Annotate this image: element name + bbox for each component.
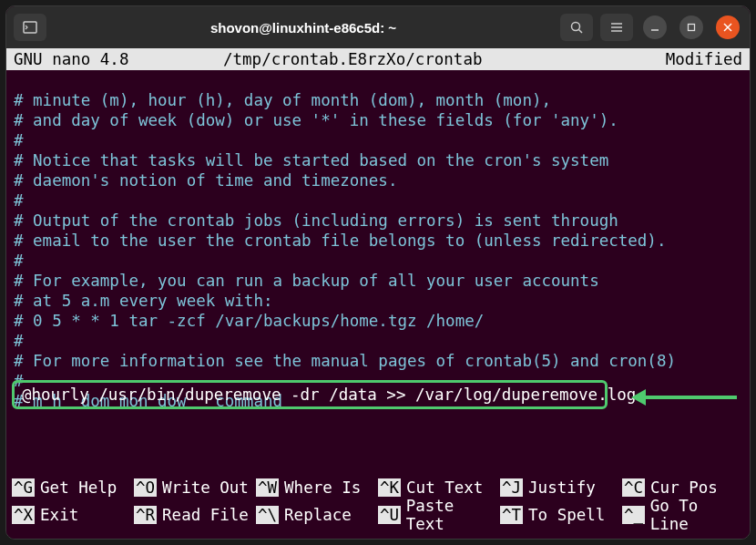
editor-line: # [14, 190, 742, 211]
shortcut-item: ^KCut Text [378, 478, 500, 497]
editor-line: # [14, 331, 742, 351]
shortcut-item: ^WWhere Is [256, 478, 378, 497]
shortcut-label: Where Is [284, 478, 361, 497]
shortcut-label: Get Help [40, 478, 117, 497]
shortcut-key: ^W [256, 478, 279, 497]
nano-app-name: GNU nano 4.8 [14, 50, 223, 68]
shortcut-key: ^\ [256, 506, 279, 524]
shortcut-label: Read File [162, 506, 249, 524]
nano-shortcuts-bar: ^GGet Help^OWrite Out^WWhere Is^KCut Tex… [6, 477, 750, 539]
search-button[interactable] [560, 14, 593, 41]
shortcut-key: ^K [378, 478, 401, 497]
nano-status: Modified [633, 50, 742, 68]
nano-header: GNU nano 4.8 /tmp/crontab.E8rzXo/crontab… [6, 48, 750, 70]
terminal-icon [23, 20, 37, 35]
shortcut-key: ^G [12, 478, 35, 497]
shortcut-label: Justify [528, 478, 596, 497]
window-titlebar: shovon@linuxhint-e86c5d: ~ [6, 6, 750, 48]
shortcut-item: ^_Go To Line [622, 497, 744, 533]
editor-line: # minute (m), hour (h), day of month (do… [14, 90, 742, 110]
shortcut-label: Cut Text [406, 478, 483, 497]
close-icon [723, 23, 732, 32]
minimize-icon [650, 23, 659, 32]
editor-line: # daemon's notion of time and timezones. [14, 170, 742, 190]
editor-line: # [14, 130, 742, 150]
shortcut-item: ^OWrite Out [134, 478, 256, 497]
shortcut-key: ^O [134, 478, 157, 497]
arrow-line [646, 396, 737, 399]
shortcut-item: ^XExit [12, 497, 134, 533]
window-title: shovon@linuxhint-e86c5d: ~ [54, 20, 553, 36]
shortcut-label: Replace [284, 506, 352, 524]
shortcut-key: ^U [378, 506, 401, 524]
svg-rect-7 [689, 25, 695, 31]
editor-line: # [14, 251, 742, 271]
highlighted-command: @hourly /usr/bin/duperemove -dr /data >>… [12, 380, 608, 409]
editor-line: # Output of the crontab jobs (including … [14, 211, 742, 231]
annotation-arrow [631, 389, 737, 406]
search-icon [569, 20, 584, 35]
shortcut-item: ^RRead File [134, 497, 256, 533]
shortcut-item: ^UPaste Text [378, 497, 500, 533]
close-button[interactable] [716, 15, 740, 39]
editor-line: # For more information see the manual pa… [14, 351, 742, 371]
menu-button[interactable] [600, 14, 633, 41]
shortcut-label: Exit [40, 506, 78, 524]
shortcut-item: ^CCur Pos [622, 478, 744, 497]
shortcut-label: Cur Pos [650, 478, 718, 497]
editor-line: # and day of week (dow) or use '*' in th… [14, 110, 742, 130]
shortcut-label: Paste Text [406, 497, 500, 533]
shortcut-label: Go To Line [650, 497, 744, 533]
arrow-head-icon [631, 389, 646, 406]
maximize-button[interactable] [679, 15, 703, 39]
svg-line-2 [579, 30, 583, 34]
svg-point-1 [572, 23, 580, 31]
terminal-window: shovon@linuxhint-e86c5d: ~ GNU nano 4.8 … [5, 5, 751, 540]
editor-line: # 0 5 * * 1 tar -zcf /var/backups/home.t… [14, 311, 742, 331]
editor-content[interactable]: # minute (m), hour (h), day of month (do… [6, 70, 750, 477]
shortcut-item: ^GGet Help [12, 478, 134, 497]
editor-line: # email to the user the crontab file bel… [14, 231, 742, 251]
shortcut-item: ^JJustify [500, 478, 622, 497]
shortcut-item: ^TTo Spell [500, 497, 622, 533]
editor-line: # at 5 a.m every week with: [14, 291, 742, 311]
hamburger-icon [609, 20, 624, 35]
new-tab-button[interactable] [14, 14, 46, 41]
shortcut-key: ^R [134, 506, 157, 524]
shortcut-key: ^X [12, 506, 35, 524]
shortcut-key: ^C [622, 478, 645, 497]
editor-line: # Notice that tasks will be started base… [14, 150, 742, 170]
shortcut-key: ^J [500, 478, 523, 497]
editor-line: # For example, you can run a backup of a… [14, 271, 742, 291]
shortcut-key: ^_ [622, 506, 645, 524]
nano-filepath: /tmp/crontab.E8rzXo/crontab [223, 50, 633, 68]
shortcut-label: Write Out [162, 478, 249, 497]
shortcut-label: To Spell [528, 506, 605, 524]
shortcut-item: ^\Replace [256, 497, 378, 533]
minimize-button[interactable] [643, 15, 667, 39]
svg-rect-0 [24, 22, 36, 33]
shortcut-key: ^T [500, 506, 523, 524]
maximize-icon [687, 23, 696, 32]
